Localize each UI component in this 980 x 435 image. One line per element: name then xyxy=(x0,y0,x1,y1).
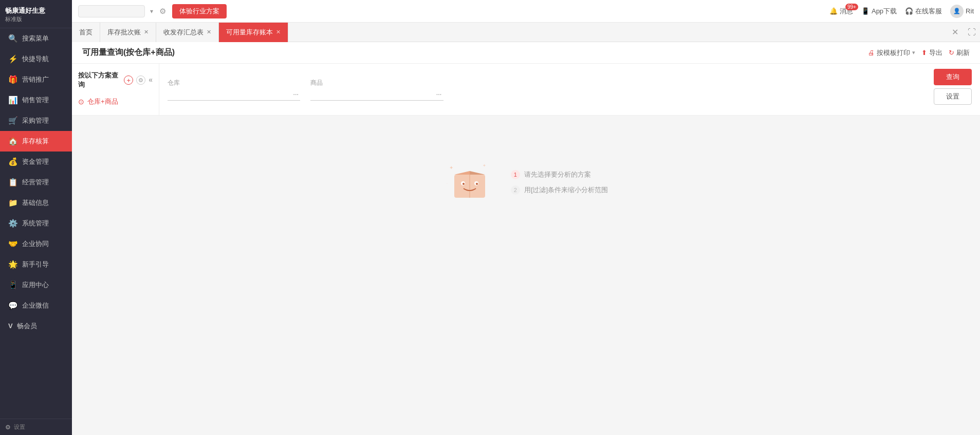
sidebar-item-basic[interactable]: 📁 基础信息 xyxy=(0,193,72,213)
chart-icon: 📊 xyxy=(8,96,18,105)
tab-close-batch-icon[interactable]: ✕ xyxy=(144,29,149,35)
phone-icon: 📱 xyxy=(8,280,18,290)
page-title: 可用量查询(按仓库+商品) xyxy=(82,47,175,58)
tab-home[interactable]: 首页 xyxy=(72,23,100,42)
print-icon: 🖨 xyxy=(868,49,875,56)
export-btn[interactable]: ⬆ 导出 xyxy=(921,48,942,58)
svg-text:✦: ✦ xyxy=(449,165,453,171)
message-btn[interactable]: 🔔 消息 99+ xyxy=(829,7,853,16)
tab-close-available-icon[interactable]: ✕ xyxy=(276,29,281,35)
export-icon: ⬆ xyxy=(921,49,927,56)
print-btn[interactable]: 🖨 按模板打印 ▾ xyxy=(868,48,915,58)
message-badge: 99+ xyxy=(845,4,858,10)
sidebar-item-system[interactable]: ⚙️ 系统管理 xyxy=(0,213,72,234)
username: Rit xyxy=(966,7,974,15)
money-icon: 💰 xyxy=(8,157,18,166)
refresh-icon: ↻ xyxy=(949,49,954,56)
page-content: 可用量查询(按仓库+商品) 🖨 按模板打印 ▾ ⬆ 导出 ↻ 刷新 xyxy=(72,42,980,435)
handshake-icon: 🤝 xyxy=(8,239,18,249)
empty-tip-2: 2 用[过滤]条件来缩小分析范围 xyxy=(511,185,608,195)
sidebar-item-search[interactable]: 🔍 搜索菜单 xyxy=(0,28,72,49)
gift-icon: 🎁 xyxy=(8,75,18,84)
tab-batch[interactable]: 库存批次账 ✕ xyxy=(100,23,156,42)
empty-tip-1: 1 请先选择要分析的方案 xyxy=(511,170,608,179)
filter-area: 按以下方案查询 + ⚙ « ⊙ 仓库+商品 仓库 · xyxy=(72,64,980,116)
tabbar-close-button[interactable]: ✕ xyxy=(947,23,964,42)
sidebar-item-finance[interactable]: 💰 资金管理 xyxy=(0,152,72,172)
sidebar-item-purchase[interactable]: 🛒 采购管理 xyxy=(0,110,72,131)
bell-icon: 🔔 xyxy=(829,7,838,15)
chevron-down-icon[interactable]: ▾ xyxy=(150,8,153,15)
cart-icon: 🛒 xyxy=(8,116,18,125)
sidebar-item-newbie[interactable]: 🌟 新手引导 xyxy=(0,254,72,275)
topbar-right: 🔔 消息 99+ 📱 App下载 🎧 在线客服 👤 Rit xyxy=(829,5,974,18)
sidebar-item-operations[interactable]: 📋 经营管理 xyxy=(0,172,72,193)
warehouse-input[interactable] xyxy=(168,89,291,100)
main-area: ▾ ⚙ 体验行业方案 🔔 消息 99+ 📱 App下载 🎧 在线客服 👤 Rit xyxy=(72,0,980,435)
trial-btn[interactable]: 体验行业方案 xyxy=(172,4,227,18)
filter-scheme-warehouse-goods[interactable]: ⊙ 仓库+商品 xyxy=(72,93,159,110)
online-service-btn[interactable]: 🎧 在线客服 xyxy=(905,7,942,16)
page-header-actions: 🖨 按模板打印 ▾ ⬆ 导出 ↻ 刷新 xyxy=(868,48,970,58)
search-input[interactable] xyxy=(78,5,145,17)
home-icon: 🏠 xyxy=(8,137,18,146)
refresh-btn[interactable]: ↻ 刷新 xyxy=(949,48,970,58)
goods-input[interactable] xyxy=(310,89,434,100)
gear-settings-icon[interactable]: ⚙ xyxy=(159,7,166,16)
sidebar-nav: 🔍 搜索菜单 ⚡ 快捷导航 🎁 营销推广 📊 销售管理 🛒 采购管理 🏠 库存核… xyxy=(0,28,72,419)
sidebar-item-wechat[interactable]: 💬 企业微信 xyxy=(0,295,72,316)
svg-marker-1 xyxy=(454,171,470,175)
sidebar-item-collab[interactable]: 🤝 企业协同 xyxy=(0,234,72,254)
sidebar-item-sales[interactable]: 📊 销售管理 xyxy=(0,90,72,110)
filter-sidebar-header: 按以下方案查询 + ⚙ « xyxy=(72,69,159,93)
query-button[interactable]: 查询 xyxy=(934,69,972,85)
gear-icon: ⚙️ xyxy=(8,219,18,228)
vip-icon: V xyxy=(8,322,13,330)
download-icon: 📱 xyxy=(861,7,870,15)
empty-svg-icon: ✦ ✦ · xyxy=(444,157,495,208)
sidebar-item-member[interactable]: V 畅会员 xyxy=(0,316,72,336)
app-download-btn[interactable]: 📱 App下载 xyxy=(861,7,897,16)
tab-available[interactable]: 可用量库存账本 ✕ xyxy=(219,23,288,42)
folder-icon: 📁 xyxy=(8,198,18,207)
svg-text:✦: ✦ xyxy=(483,163,486,168)
goods-input-wrap: ··· xyxy=(310,89,443,101)
tabbar: 首页 库存批次账 ✕ 收发存汇总表 ✕ 可用量库存账本 ✕ ✕ ⛶ xyxy=(72,23,980,42)
tab-close-summary-icon[interactable]: ✕ xyxy=(207,29,211,35)
goods-field: 商品 ··· xyxy=(310,79,443,101)
settings-button[interactable]: 设置 xyxy=(934,88,972,105)
add-scheme-button[interactable]: + xyxy=(124,75,133,85)
user-info[interactable]: 👤 Rit xyxy=(950,5,974,18)
settings-scheme-button[interactable]: ⚙ xyxy=(136,75,145,85)
flash-icon: ⚡ xyxy=(8,54,18,64)
tabbar-expand-button[interactable]: ⛶ xyxy=(964,23,980,42)
collapse-sidebar-icon[interactable]: « xyxy=(149,75,153,85)
warehouse-field: 仓库 ··· xyxy=(168,79,300,101)
app-logo: 畅康通好生意 标准版 xyxy=(0,0,72,28)
filter-action-buttons: 查询 设置 xyxy=(934,64,980,115)
goods-more-icon[interactable]: ··· xyxy=(434,90,443,99)
tip-num-1: 1 xyxy=(511,170,520,179)
warehouse-more-icon[interactable]: ··· xyxy=(291,90,300,99)
sidebar-item-inventory[interactable]: 🏠 库存核算 xyxy=(0,131,72,152)
search-wrap xyxy=(78,5,145,17)
filter-main: 仓库 ··· 商品 ··· xyxy=(159,64,934,115)
print-chevron-icon[interactable]: ▾ xyxy=(912,49,915,56)
filter-sidebar: 按以下方案查询 + ⚙ « ⊙ 仓库+商品 xyxy=(72,64,159,115)
page-header: 可用量查询(按仓库+商品) 🖨 按模板打印 ▾ ⬆ 导出 ↻ 刷新 xyxy=(72,42,980,64)
filter-sidebar-actions: + ⚙ « xyxy=(124,75,153,85)
sidebar-item-appcenter[interactable]: 📱 应用中心 xyxy=(0,275,72,295)
sidebar: 畅康通好生意 标准版 🔍 搜索菜单 ⚡ 快捷导航 🎁 营销推广 📊 销售管理 🛒… xyxy=(0,0,72,435)
tab-summary[interactable]: 收发存汇总表 ✕ xyxy=(156,23,219,42)
clipboard-icon: 📋 xyxy=(8,178,18,187)
topbar: ▾ ⚙ 体验行业方案 🔔 消息 99+ 📱 App下载 🎧 在线客服 👤 Rit xyxy=(72,0,980,23)
warehouse-input-wrap: ··· xyxy=(168,89,300,101)
sidebar-item-quicknav[interactable]: ⚡ 快捷导航 xyxy=(0,49,72,69)
star-icon: 🌟 xyxy=(8,260,18,269)
empty-tips: 1 请先选择要分析的方案 2 用[过滤]条件来缩小分析范围 xyxy=(511,170,608,195)
sidebar-item-marketing[interactable]: 🎁 营销推广 xyxy=(0,69,72,90)
svg-point-6 xyxy=(476,183,478,185)
empty-state: ✦ ✦ · 1 请先选择要分析的方案 2 用[过滤]条件来缩小分析范围 xyxy=(72,116,980,249)
tip-num-2: 2 xyxy=(511,185,520,195)
sidebar-footer: ⚙ 设置 xyxy=(0,419,72,435)
